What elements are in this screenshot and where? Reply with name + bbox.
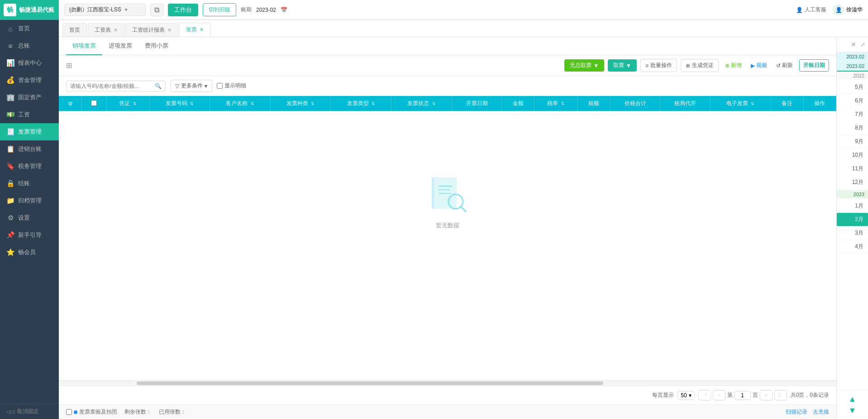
sub-tab-sales[interactable]: 销项发票 [66, 37, 102, 55]
date-item-2023-03[interactable]: 3月 [837, 226, 868, 240]
scrollbar-thumb[interactable] [137, 381, 603, 385]
date-item-2023-02-top2[interactable]: 2023.02 [837, 62, 868, 72]
sidebar-item-salary[interactable]: 💵 工资 [0, 106, 59, 123]
tab-salary-close-icon[interactable]: ✕ [114, 27, 118, 33]
sidebar-item-sales[interactable]: 📋 进销台账 [0, 140, 59, 158]
invoice-check-checkbox[interactable] [66, 409, 72, 415]
company-selector[interactable]: (勿删）江西股宝-LSS ▼ [64, 4, 146, 16]
page-input[interactable] [734, 391, 751, 400]
tab-salary-stats[interactable]: 工资统计报表 ✕ [125, 23, 178, 37]
generate-voucher-button[interactable]: ⊕ 生成凭证 [681, 59, 719, 72]
show-detail-checkbox[interactable] [217, 83, 223, 89]
take-invoice-dropdown-icon: ▼ [626, 63, 631, 69]
customer-service[interactable]: 👤 人工客服 [796, 6, 826, 14]
sidebar-item-tax[interactable]: 🔖 税务管理 [0, 158, 59, 175]
sidebar-item-reports[interactable]: 📊 报表中心 [0, 54, 59, 72]
scan-record-link[interactable]: 扫描记录 [786, 408, 807, 416]
tab-home[interactable]: 首页 [62, 23, 87, 37]
tab-home-label: 首页 [69, 26, 80, 34]
sort-customer-icon[interactable]: ⇅ [251, 101, 254, 106]
date-panel-up-icon[interactable]: ▲ [849, 395, 857, 404]
add-button[interactable]: ⊕ 新增 [722, 59, 744, 72]
sidebar-item-member[interactable]: ⭐ 畅会员 [0, 244, 59, 261]
date-item-2022-08[interactable]: 8月 [837, 121, 868, 135]
page-nav: 《 ＜ 第 页 ＞ 》 [698, 390, 787, 400]
bottom-bar: 发票查验及拍照 剩余张数： 已用张数： 扫描记录 去充值 [59, 405, 836, 419]
sidebar-item-close[interactable]: 🔒 结账 [0, 175, 59, 192]
recharge-link[interactable]: 去充值 [813, 408, 829, 416]
sidebar-collapse[interactable]: ◁◁ 取消固定 [0, 404, 59, 419]
sidebar-item-settings[interactable]: ⚙ 设置 [0, 209, 59, 226]
sub-tab-purchase[interactable]: 进项发票 [102, 37, 138, 55]
sort-invoice-category-icon[interactable]: ⇅ [372, 101, 375, 106]
sidebar-item-assets[interactable]: 🏢 固定资产 [0, 89, 59, 106]
video-button[interactable]: ▶ 视频 [748, 59, 770, 72]
page-label: 页 [753, 391, 758, 399]
sub-tab-expense[interactable]: 费用小票 [138, 37, 175, 55]
sort-invoice-status-icon[interactable]: ⇅ [432, 101, 436, 106]
sort-tax-rate-icon[interactable]: ⇅ [561, 101, 565, 106]
sidebar-item-funds[interactable]: 💰 资金管理 [0, 72, 59, 89]
sidebar-bottom: ◁◁ 取消固定 [0, 404, 59, 419]
date-panel-close-icon[interactable]: ✕ [849, 39, 858, 50]
sidebar-item-invoices[interactable]: 🧾 发票管理 [0, 123, 59, 140]
tab-salary-stats-close-icon[interactable]: ✕ [167, 27, 172, 33]
date-item-2022-06[interactable]: 6月 [837, 94, 868, 108]
open-period-button[interactable]: 开账日期 [799, 59, 829, 72]
period-value: 2023-02 [256, 7, 276, 13]
first-page-button[interactable]: 《 [698, 390, 711, 400]
last-page-button[interactable]: 》 [774, 390, 787, 400]
date-item-2023-04[interactable]: 4月 [837, 240, 868, 254]
service-icon: 👤 [796, 7, 803, 13]
date-item-2022-09[interactable]: 9月 [837, 135, 868, 149]
page-size-select[interactable]: 50 ▾ [677, 391, 694, 400]
period-calendar-icon[interactable]: 📅 [281, 7, 287, 13]
toolbar-right: 无总取票 ▼ 取票 ▼ ≡ 批量操作 ⊕ 生成凭证 [564, 59, 829, 72]
filter-more-button[interactable]: ▽ 更多条件 ▾ [170, 80, 212, 92]
date-item-2022-10[interactable]: 10月 [837, 149, 868, 162]
date-item-2022-07[interactable]: 7月 [837, 108, 868, 121]
date-item-2023-02[interactable]: 2月 [837, 213, 868, 226]
invoice-check-label[interactable]: 发票查验及拍照 [66, 408, 117, 416]
sort-invoice-no-icon[interactable]: ⇅ [190, 101, 194, 106]
filter-icon: ▽ [175, 83, 179, 89]
select-all-checkbox[interactable] [91, 100, 97, 106]
tab-invoice[interactable]: 发票 ✕ [179, 23, 210, 37]
date-item-2023-02-top[interactable]: 2023.02 [837, 52, 868, 62]
sidebar-item-home[interactable]: ⌂ 首页 [0, 20, 59, 37]
date-panel-maximize-icon[interactable]: ⤢ [861, 41, 865, 48]
date-item-2022-11[interactable]: 11月 [837, 162, 868, 176]
next-page-button[interactable]: ＞ [760, 390, 773, 400]
horizontal-scroll[interactable] [59, 380, 836, 385]
tab-salary[interactable]: 工资表 ✕ [88, 23, 124, 37]
sort-voucher-icon[interactable]: ⇅ [133, 101, 137, 106]
sidebar-item-ledger[interactable]: ≡ 总账 [0, 37, 59, 54]
batch-ops-button[interactable]: ≡ 批量操作 [640, 59, 677, 72]
sidebar-item-archive[interactable]: 📁 归档管理 [0, 192, 59, 209]
show-detail-label[interactable]: 显示明细 [217, 82, 246, 90]
logo-icon: 畅 [4, 4, 16, 16]
date-panel-top: ✕ ⤢ [837, 37, 868, 52]
date-item-2022-12[interactable]: 12月 [837, 176, 868, 189]
no-invoice-button[interactable]: 无总取票 ▼ [564, 59, 604, 72]
sort-invoice-type-icon[interactable]: ⇅ [311, 101, 315, 106]
sidebar: 畅 畅捷通易代账 ⌂ 首页 ≡ 总账 📊 报表中心 💰 资金管理 🏢 固定资产 … [0, 0, 59, 419]
switch-version-button[interactable]: 切到旧版 [203, 3, 236, 16]
refresh-button[interactable]: ↺ 刷新 [773, 59, 796, 72]
search-input[interactable] [70, 83, 152, 89]
workbench-button[interactable]: 工作台 [168, 4, 198, 16]
copy-button[interactable]: ⧉ [150, 4, 163, 16]
take-invoice-button[interactable]: 取票 ▼ [608, 59, 637, 72]
tab-invoice-close-icon[interactable]: ✕ [200, 27, 204, 33]
sort-e-invoice-icon[interactable]: ⇅ [751, 101, 754, 106]
date-item-2023-01[interactable]: 1月 [837, 199, 868, 213]
topbar: (勿删）江西股宝-LSS ▼ ⧉ 工作台 切到旧版 账期 2023-02 📅 👤… [59, 0, 868, 20]
used-prefix: 已用张数： [159, 409, 186, 415]
search-input-wrapper[interactable]: 🔍 [66, 81, 166, 92]
sidebar-item-guide[interactable]: 📌 新手引导 [0, 226, 59, 244]
date-item-2022-05[interactable]: 5月 [837, 81, 868, 94]
user-menu[interactable]: 👤 徐溢华 [833, 4, 863, 16]
date-panel-down-icon[interactable]: ▼ [849, 406, 857, 415]
sales-icon: 📋 [6, 145, 14, 153]
prev-page-button[interactable]: ＜ [713, 390, 725, 400]
